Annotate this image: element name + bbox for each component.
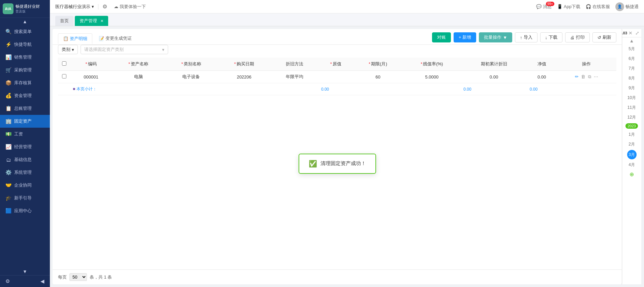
per-page-select[interactable]: 50 100 200 xyxy=(69,273,87,281)
sub-tab-change-voucher[interactable]: 📝 变更生成凭证 xyxy=(94,33,137,44)
print-button[interactable]: 🖨 打印 xyxy=(565,32,590,42)
sidebar-scroll-up[interactable]: ▲ xyxy=(0,18,50,25)
account-label: 对账 xyxy=(437,34,446,40)
app-center-icon: 🟦 xyxy=(5,208,11,214)
timeline-year-badge[interactable]: 2023 xyxy=(625,123,638,129)
download-button[interactable]: ↓ 下载 xyxy=(540,32,563,42)
sidebar-scroll-down[interactable]: ▼ xyxy=(0,268,50,275)
sales-icon: 📊 xyxy=(5,54,11,60)
timeline-topbar: 2023.03 ✕ ⤢ xyxy=(622,29,641,37)
sidebar-item-label: 企业协同 xyxy=(14,182,32,188)
pagination: 每页 50 100 200 条，共 1 条 xyxy=(53,269,622,284)
sub-tab-asset-detail[interactable]: 📋 资产明细 xyxy=(58,33,92,44)
sidebar-item-sales[interactable]: 📊 销售管理 xyxy=(0,51,50,64)
sidebar-item-operations[interactable]: 📈 经营管理 xyxy=(0,140,50,153)
timeline-month-2[interactable]: 2月 xyxy=(622,139,641,149)
timeline-bottom-arrow-wrap: ⊕ xyxy=(630,170,634,179)
subtotal-label: ■ 本页小计： xyxy=(70,83,318,95)
inventory-icon: 📦 xyxy=(5,80,11,86)
online-service-label: 在线客服 xyxy=(592,4,610,10)
sub-tab-asset-detail-label: 资产明细 xyxy=(70,36,87,42)
edit-icon[interactable]: ✏ xyxy=(575,74,579,79)
sidebar-item-inventory[interactable]: 📦 库存核算 xyxy=(0,76,50,89)
timeline-month-8[interactable]: 8月 xyxy=(622,73,641,83)
quick-nav-icon: ⚡ xyxy=(5,41,11,47)
timeline-month-7[interactable]: 7月 xyxy=(622,64,641,73)
timeline-month-6[interactable]: 6月 xyxy=(622,54,641,64)
settings-gear-icon[interactable]: ⚙ xyxy=(5,278,10,284)
sidebar-item-cooperation[interactable]: 🤝 企业协同 xyxy=(0,179,50,192)
cooperation-icon: 🤝 xyxy=(5,182,11,188)
sidebar-item-app-center[interactable]: 🟦 应用中心 xyxy=(0,204,50,217)
toast-success-icon: ✅ xyxy=(309,160,317,168)
sidebar-item-label: 搜索菜单 xyxy=(14,29,32,35)
messages-button[interactable]: 💬 消息 99+ xyxy=(536,4,552,10)
delete-icon[interactable]: 🗑 xyxy=(581,74,585,79)
row-select-checkbox[interactable] xyxy=(62,74,66,78)
company-selector[interactable]: 医疗器械行业演示 ▾ xyxy=(55,4,94,10)
app-download-label: App下载 xyxy=(564,4,580,10)
category-input[interactable]: 请选择固定资产类别 ▾ xyxy=(81,45,168,54)
sidebar-item-finance[interactable]: 💰 资金管理 xyxy=(0,89,50,102)
sidebar-item-label: 总账管理 xyxy=(14,105,32,111)
new-button[interactable]: + 新增 xyxy=(454,32,476,42)
online-service-button[interactable]: 🎧 在线客服 xyxy=(586,4,610,10)
refresh-button[interactable]: ↺ 刷新 xyxy=(592,32,616,42)
cell-name: 电脑 xyxy=(112,71,165,83)
sidebar-item-quick-nav[interactable]: ⚡ 快捷导航 xyxy=(0,38,50,51)
timeline-expand-icon[interactable]: ⤢ xyxy=(635,30,639,36)
fixed-assets-icon: 🏢 xyxy=(5,118,11,124)
sidebar-item-label: 销售管理 xyxy=(14,54,32,60)
sidebar-item-fixed-assets[interactable]: 🏢 固定资产 xyxy=(0,115,50,128)
sidebar-collapse-icon[interactable]: ◀ xyxy=(40,278,44,284)
cell-code: 000001 xyxy=(70,71,112,83)
sidebar-item-basic-info[interactable]: 🗂 基础信息 xyxy=(0,153,50,166)
timeline-up-arrow[interactable]: ▲ xyxy=(628,37,635,44)
user-profile-button[interactable]: 👤 畅捷通 xyxy=(615,2,639,11)
timeline-bottom-circle-icon[interactable]: ⊕ xyxy=(630,171,634,178)
sidebar-item-payroll[interactable]: 💵 工资 xyxy=(0,128,50,140)
copy-icon[interactable]: ⧉ xyxy=(588,74,591,79)
select-all-checkbox[interactable] xyxy=(62,61,66,66)
category-placeholder: 请选择固定资产类别 xyxy=(84,46,124,53)
timeline-month-1[interactable]: 1月 xyxy=(622,130,641,139)
experience-button[interactable]: ☁ 我要体验一下 xyxy=(114,4,146,10)
app-download-button[interactable]: 📱 App下载 xyxy=(557,4,580,10)
settings-icon[interactable]: ⚙ xyxy=(102,3,107,10)
cell-operation: ✏ 🗑 ⧉ ⋯ xyxy=(557,71,616,83)
tab-asset-mgmt-label: 资产管理 xyxy=(80,18,97,23)
sidebar-item-label: 采购管理 xyxy=(14,67,32,73)
timeline-month-9[interactable]: 9月 xyxy=(622,83,641,93)
sidebar-item-ledger[interactable]: 📋 总账管理 xyxy=(0,102,50,115)
account-button[interactable]: 对账 xyxy=(432,32,451,42)
print-label: 打印 xyxy=(576,34,585,40)
batch-dropdown-icon: ▼ xyxy=(503,35,507,40)
timeline-close-icon[interactable]: ✕ xyxy=(628,30,633,36)
tab-home[interactable]: 首页 xyxy=(55,16,73,26)
per-page-label: 每页 xyxy=(58,274,67,280)
col-original-value: *原值 xyxy=(318,58,353,71)
timeline-month-4[interactable]: 4月 xyxy=(622,160,641,170)
batch-button[interactable]: 批量操作 ▼ xyxy=(479,32,512,42)
tab-close-icon[interactable]: ✕ xyxy=(100,19,103,23)
timeline-month-11[interactable]: 11月 xyxy=(622,103,641,113)
timeline-month-10[interactable]: 10月 xyxy=(622,93,641,103)
basic-info-icon: 🗂 xyxy=(5,157,11,163)
search-icon: 🔍 xyxy=(5,29,11,35)
timeline-month-5[interactable]: 5月 xyxy=(622,44,641,54)
timeline-month-3-active[interactable]: 3月 xyxy=(627,150,637,159)
sidebar-item-purchase[interactable]: 🛒 采购管理 xyxy=(0,64,50,76)
export-button[interactable]: ↑ 导入 xyxy=(515,32,538,42)
cell-period: 60 xyxy=(353,71,403,83)
category-select[interactable]: 类别 ▾ xyxy=(58,45,78,54)
timeline-month-12[interactable]: 12月 xyxy=(622,113,641,122)
row-checkbox[interactable] xyxy=(58,71,70,83)
sidebar-item-system[interactable]: ⚙️ 系统管理 xyxy=(0,166,50,179)
filter-row: 类别 ▾ 请选择固定资产类别 ▾ xyxy=(53,45,622,58)
sidebar-item-search[interactable]: 🔍 搜索菜单 xyxy=(0,25,50,38)
more-icon[interactable]: ⋯ xyxy=(594,74,598,79)
tab-asset-mgmt[interactable]: 资产管理 ✕ xyxy=(75,16,108,26)
avatar: 👤 xyxy=(615,2,624,11)
sub-tab-change-voucher-label: 变更生成凭证 xyxy=(105,35,132,41)
sidebar-item-guide[interactable]: 🎓 新手引导 xyxy=(0,192,50,204)
